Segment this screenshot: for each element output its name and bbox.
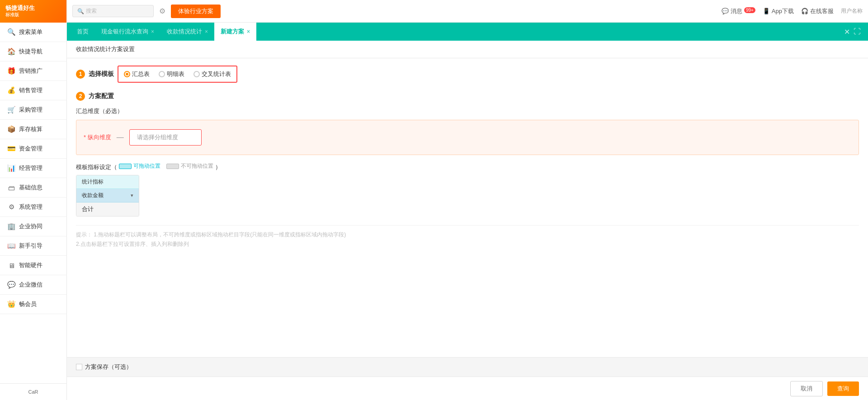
online-support-btn[interactable]: 🎧 在线客服 (801, 7, 834, 15)
radio-detail[interactable]: 明细表 (159, 70, 184, 78)
template-selector: 汇总表 明细表 交叉统计表 (118, 66, 237, 83)
online-support-label: 在线客服 (810, 7, 834, 15)
sidebar-bottom: CaR (0, 383, 66, 400)
radio-crosstab-dot (193, 71, 200, 77)
enterprise-coop-icon: 🏢 (7, 222, 15, 231)
metrics-section: 模板指标设定（ 可拖动位置 不可拖动位置 ） (76, 162, 859, 218)
sidebar-item-inventory[interactable]: 📦 库存核算 (0, 120, 66, 139)
trial-btn[interactable]: 体验行业方案 (171, 5, 221, 18)
search-menu-icon: 🔍 (7, 28, 15, 36)
sidebar-item-base-info[interactable]: 🗃 基础信息 (0, 178, 66, 198)
radio-crosstab[interactable]: 交叉统计表 (193, 70, 231, 78)
tab-bank-flow-close[interactable]: × (151, 28, 154, 35)
app-download-label: App下载 (772, 7, 794, 15)
quick-nav-icon: 🏠 (7, 47, 15, 56)
main-area: 🔍 搜索 ⚙ 体验行业方案 💬 消息 99+ 📱 App下载 🎧 在线客服 用户… (67, 0, 868, 400)
sidebar-item-finance[interactable]: 💳 资金管理 (0, 139, 66, 159)
new-guide-icon: 📖 (7, 242, 15, 250)
cancel-button[interactable]: 取消 (790, 381, 823, 396)
header-search-box[interactable]: 🔍 搜索 (72, 5, 154, 17)
system-icon: ⚙ (7, 203, 15, 211)
sidebar-item-smart-hw[interactable]: 🖥 智能硬件 (0, 256, 66, 275)
save-option[interactable]: 方案保存（可选） (76, 363, 132, 371)
dimension-selector[interactable]: 请选择分组维度 (129, 129, 202, 146)
sidebar-bottom-btn1[interactable]: CaR (4, 387, 63, 396)
arrow-icon: — (117, 133, 124, 141)
sidebar-logo: 畅捷通好生 标准版 (0, 0, 66, 23)
marketing-icon: 🎁 (7, 67, 15, 75)
tab-new-plan[interactable]: 新建方案 × (214, 23, 256, 41)
sidebar-item-operations[interactable]: 📊 经营管理 (0, 159, 66, 178)
sidebar-item-label: 经营管理 (19, 164, 42, 172)
sidebar-item-label: 新手引导 (19, 242, 42, 250)
radio-summary-label: 汇总表 (132, 70, 150, 78)
radio-detail-label: 明细表 (167, 70, 184, 78)
tab-home-label: 首页 (77, 28, 89, 36)
section2-label: 方案配置 (89, 92, 114, 100)
sidebar-item-label: 快捷导航 (19, 47, 42, 56)
tab-bank-flow[interactable]: 现金银行流水查询 × (95, 23, 160, 41)
sidebar-item-sales[interactable]: 💰 销售管理 (0, 81, 66, 100)
sidebar-item-member[interactable]: 👑 畅会员 (0, 295, 66, 314)
sidebar-item-label: 采购管理 (19, 106, 42, 114)
sidebar-item-label: 资金管理 (19, 145, 42, 153)
enterprise-wechat-icon: 💬 (7, 281, 15, 289)
inventory-icon: 📦 (7, 125, 15, 133)
close-window-icon[interactable]: ✕ (844, 28, 850, 36)
footer-actions: 取消 查询 (67, 376, 868, 400)
tab-new-plan-close[interactable]: × (247, 28, 250, 35)
sidebar-item-label: 基础信息 (19, 184, 42, 192)
metrics-legend-fixed: 不可拖动位置 (166, 162, 213, 170)
dropdown-icon[interactable]: ▾ (131, 193, 133, 198)
tips-line1: 提示： 1.拖动标题栏可以调整布局，不可跨维度或指标区域拖动栏目字段(只能在同一… (76, 230, 859, 240)
query-button[interactable]: 查询 (827, 381, 859, 396)
metrics-header: 模板指标设定（ 可拖动位置 不可拖动位置 ） (76, 162, 859, 171)
sidebar-item-label: 智能硬件 (19, 261, 42, 269)
radio-summary-dot (124, 71, 130, 77)
tab-receipt-stat-close[interactable]: × (205, 28, 208, 35)
sidebar: 畅捷通好生 标准版 🔍 搜索菜单 🏠 快捷导航 🎁 营销推广 💰 销售管理 🛒 … (0, 0, 67, 400)
save-checkbox[interactable] (76, 364, 82, 370)
base-info-icon: 🗃 (7, 184, 15, 192)
sidebar-item-enterprise-coop[interactable]: 🏢 企业协同 (0, 217, 66, 236)
section1-header: 1 选择模板 汇总表 明细表 交叉统计表 (76, 66, 859, 83)
sidebar-item-quick-nav[interactable]: 🏠 快捷导航 (0, 42, 66, 61)
fullscreen-icon[interactable]: ⛶ (854, 28, 861, 36)
messages-btn[interactable]: 💬 消息 99+ (722, 7, 755, 15)
page-title-bar: 收款情况统计方案设置 (67, 41, 868, 58)
sidebar-item-enterprise-wechat[interactable]: 💬 企业微信 (0, 275, 66, 295)
vertical-dimension-row: * 纵向维度 — 请选择分组维度 (84, 129, 851, 146)
section2-number: 2 (76, 92, 85, 101)
tab-new-plan-label: 新建方案 (221, 28, 244, 36)
app-download-btn[interactable]: 📱 App下载 (763, 7, 794, 15)
sidebar-item-system[interactable]: ⚙ 系统管理 (0, 198, 66, 217)
metrics-table-header[interactable]: 统计指标 (76, 175, 139, 189)
tab-bar: 首页 现金银行流水查询 × 收款情况统计 × 新建方案 × ✕ ⛶ (67, 23, 868, 41)
sidebar-item-search-menu[interactable]: 🔍 搜索菜单 (0, 23, 66, 42)
tips-line2: 2.点击标题栏下拉可设置排序、插入列和删除列 (76, 240, 859, 249)
radio-detail-dot (159, 71, 165, 77)
logo-sub: 标准版 (5, 12, 35, 18)
vertical-dim-label: * 纵向维度 (84, 133, 111, 141)
messages-label: 消息 (731, 7, 742, 15)
tips-section: 提示： 1.拖动标题栏可以调整布局，不可跨维度或指标区域拖动栏目字段(只能在同一… (76, 225, 859, 254)
sidebar-item-label: 企业微信 (19, 281, 42, 289)
sidebar-item-label: 营销推广 (19, 67, 42, 75)
header-right: 💬 消息 99+ 📱 App下载 🎧 在线客服 用户名称 (722, 7, 863, 15)
sales-icon: 💰 (7, 86, 15, 94)
tab-receipt-stat[interactable]: 收款情况统计 × (160, 23, 214, 41)
sidebar-item-purchase[interactable]: 🛒 采购管理 (0, 100, 66, 120)
sidebar-item-marketing[interactable]: 🎁 营销推广 (0, 61, 66, 81)
page-title: 收款情况统计方案设置 (76, 46, 135, 52)
app-icon: 📱 (763, 8, 770, 14)
section2: 2 方案配置 汇总维度（必选） * 纵向维度 — 请选择分组维度 模板指标设定（ (76, 92, 859, 254)
member-icon: 👑 (7, 300, 15, 308)
settings-icon[interactable]: ⚙ (159, 7, 165, 15)
form-area: 1 选择模板 汇总表 明细表 交叉统计表 (67, 58, 868, 357)
section1-label: 选择模板 (89, 70, 114, 78)
sidebar-item-label: 库存核算 (19, 125, 42, 133)
metric-col-header[interactable]: 收款金额 ▾ (76, 189, 139, 202)
sidebar-item-new-guide[interactable]: 📖 新手引导 (0, 236, 66, 256)
tab-home[interactable]: 首页 (71, 23, 95, 41)
radio-summary[interactable]: 汇总表 (124, 70, 150, 78)
